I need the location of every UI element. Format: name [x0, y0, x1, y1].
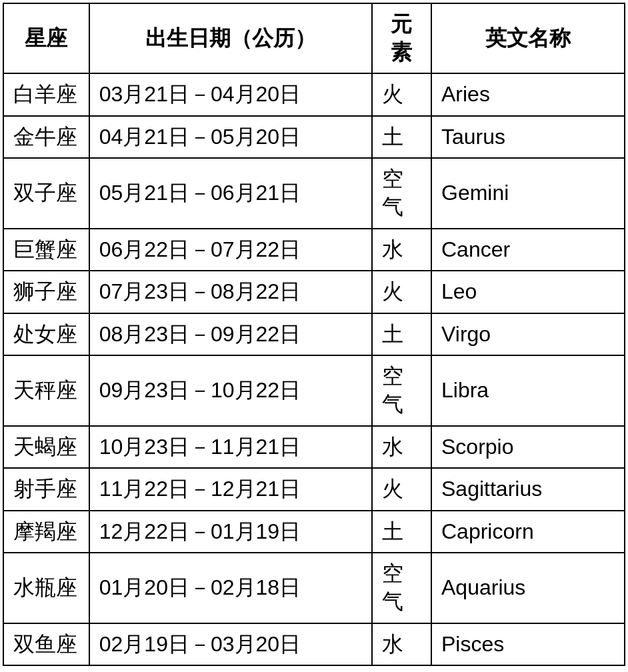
- table-row: 金牛座04月21日－05月20日土Taurus: [3, 116, 625, 159]
- cell-english: Pisces: [431, 623, 625, 666]
- table-row: 巨蟹座06月22日－07月22日水Cancer: [3, 229, 625, 271]
- cell-date: 09月23日－10月22日: [89, 355, 372, 425]
- table-row: 射手座11月22日－12月21日火Sagittarius: [3, 468, 625, 511]
- cell-sign: 处女座: [3, 313, 89, 356]
- cell-date: 06月22日－07月22日: [89, 229, 372, 271]
- table-row: 天秤座09月23日－10月22日空气Libra: [3, 355, 625, 425]
- cell-sign: 摩羯座: [3, 511, 89, 553]
- cell-element: 水: [372, 426, 431, 469]
- table-row: 双鱼座02月19日－03月20日水Pisces: [3, 623, 625, 666]
- cell-sign: 巨蟹座: [3, 229, 89, 271]
- cell-date: 10月23日－11月21日: [89, 426, 372, 469]
- cell-element: 土: [372, 116, 431, 159]
- cell-english: Scorpio: [431, 426, 625, 469]
- cell-english: Libra: [431, 355, 625, 425]
- cell-sign: 水瓶座: [3, 553, 89, 623]
- cell-sign: 天秤座: [3, 355, 89, 425]
- table-row: 处女座08月23日－09月22日土Virgo: [3, 313, 625, 356]
- cell-sign: 双子座: [3, 158, 89, 228]
- table-row: 水瓶座01月20日－02月18日空气Aquarius: [3, 553, 625, 623]
- table-row: 白羊座03月21日－04月20日火Aries: [3, 73, 625, 116]
- cell-element: 空气: [372, 355, 431, 425]
- cell-english: Aquarius: [431, 553, 625, 623]
- cell-sign: 射手座: [3, 468, 89, 511]
- cell-element: 火: [372, 271, 431, 313]
- table-row: 摩羯座12月22日－01月19日土Capricorn: [3, 511, 625, 553]
- cell-element: 火: [372, 468, 431, 511]
- cell-element: 水: [372, 623, 431, 666]
- zodiac-table-container: 星座 出生日期（公历） 元素 英文名称 白羊座03月21日－04月20日火Ari…: [0, 0, 628, 672]
- cell-english: Virgo: [431, 313, 625, 356]
- header-element: 元素: [372, 3, 431, 73]
- cell-element: 土: [372, 511, 431, 553]
- cell-date: 05月21日－06月21日: [89, 158, 372, 228]
- cell-element: 火: [372, 73, 431, 116]
- cell-date: 12月22日－01月19日: [89, 511, 372, 553]
- cell-date: 02月19日－03月20日: [89, 623, 372, 666]
- zodiac-table: 星座 出生日期（公历） 元素 英文名称 白羊座03月21日－04月20日火Ari…: [3, 3, 625, 666]
- cell-english: Capricorn: [431, 511, 625, 553]
- cell-english: Cancer: [431, 229, 625, 271]
- header-sign: 星座: [3, 3, 89, 73]
- cell-sign: 金牛座: [3, 116, 89, 159]
- cell-sign: 白羊座: [3, 73, 89, 116]
- table-header-row: 星座 出生日期（公历） 元素 英文名称: [3, 3, 625, 73]
- cell-date: 07月23日－08月22日: [89, 271, 372, 313]
- table-row: 狮子座07月23日－08月22日火Leo: [3, 271, 625, 313]
- cell-date: 03月21日－04月20日: [89, 73, 372, 116]
- cell-sign: 天蝎座: [3, 426, 89, 469]
- cell-element: 空气: [372, 158, 431, 228]
- cell-element: 土: [372, 313, 431, 356]
- table-row: 天蝎座10月23日－11月21日水Scorpio: [3, 426, 625, 469]
- cell-element: 水: [372, 229, 431, 271]
- cell-element: 空气: [372, 553, 431, 623]
- cell-english: Leo: [431, 271, 625, 313]
- cell-english: Aries: [431, 73, 625, 116]
- cell-sign: 双鱼座: [3, 623, 89, 666]
- table-row: 双子座05月21日－06月21日空气Gemini: [3, 158, 625, 228]
- cell-english: Sagittarius: [431, 468, 625, 511]
- cell-english: Gemini: [431, 158, 625, 228]
- cell-date: 11月22日－12月21日: [89, 468, 372, 511]
- header-english: 英文名称: [431, 3, 625, 73]
- cell-english: Taurus: [431, 116, 625, 159]
- cell-date: 08月23日－09月22日: [89, 313, 372, 356]
- cell-sign: 狮子座: [3, 271, 89, 313]
- cell-date: 04月21日－05月20日: [89, 116, 372, 159]
- header-date: 出生日期（公历）: [89, 3, 372, 73]
- cell-date: 01月20日－02月18日: [89, 553, 372, 623]
